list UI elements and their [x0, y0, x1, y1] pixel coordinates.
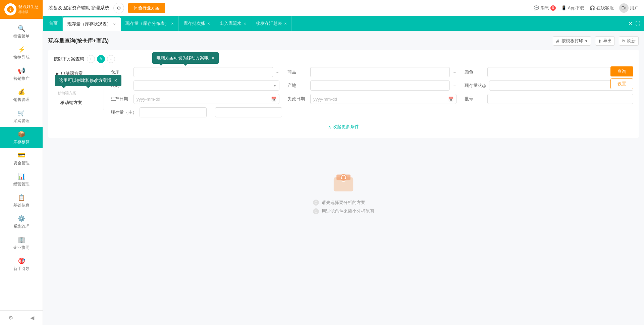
online-service-btn[interactable]: 🎧 在线客服 [590, 5, 614, 11]
prod-date-input[interactable]: yyyy-mm-dd 📅 [133, 94, 279, 104]
trial-industry-btn[interactable]: 体验行业方案 [128, 3, 165, 13]
edit-scheme-btn[interactable]: ✎ [97, 55, 105, 63]
message-btn[interactable]: 💬 消息 8 [534, 5, 556, 11]
tab-inventory-dist[interactable]: 现存量（库存分布表） ✕ [121, 16, 179, 31]
tab-receive-send-close[interactable]: ✕ [284, 22, 287, 25]
sidebar-item-enterprise[interactable]: 🏢 企业协同 [0, 233, 43, 254]
sidebar-item-operations[interactable]: 📊 经营管理 [0, 169, 43, 191]
empty-step-2: ② 用过滤条件来缩小分析范围 [313, 208, 374, 214]
main-area: 装备及固定资产辅助管理系统 ⚙ 体验行业方案 💬 消息 8 📱 App下载 🎧 … [43, 0, 644, 325]
refresh-icon: ↻ [622, 39, 626, 44]
sidebar-item-finance-label: 资金管理 [13, 160, 30, 166]
message-badge: 8 [550, 5, 556, 11]
origin-input[interactable] [310, 80, 450, 91]
tab-inout-flow-label: 出入库流水 [220, 20, 241, 26]
mobile-scheme-section-label: 移动端方案 [56, 91, 101, 96]
user-btn[interactable]: Ea 用户 [619, 3, 639, 13]
sidebar-item-guide[interactable]: 🎯 新手引导 [0, 254, 43, 275]
app-download-btn[interactable]: 📱 App下载 [561, 5, 584, 11]
tooltip2-text: 这里可以创建和修改方案哦 [59, 77, 111, 84]
tab-home-label: 首页 [49, 20, 58, 26]
prod-date-cal-icon: 📅 [271, 97, 276, 102]
topbar-settings-btn[interactable]: ⚙ [113, 3, 124, 13]
tooltip-create-scheme: 这里可以创建和修改方案哦 ✕ [55, 75, 121, 86]
step-2-text: 用过滤条件来缩小分析范围 [322, 208, 374, 214]
sales-icon: 💰 [18, 88, 25, 96]
inv-qty-filter: 现存量（主） — [111, 107, 282, 117]
filter-row-1: 仓库 ··· 商品 ··· 颜色 ▼ [111, 67, 633, 77]
collapse-sidebar-icon[interactable]: ◀ [30, 315, 34, 321]
mobile-scheme-item[interactable]: 移动端方案 [54, 98, 104, 107]
tab-receive-send[interactable]: 收发存汇总表 ✕ [251, 16, 292, 31]
tab-inventory-status-close[interactable]: ✕ [113, 22, 116, 26]
warehouse-dots[interactable]: ··· [276, 69, 280, 75]
sidebar-item-inventory[interactable]: 📦 库存核算 [0, 127, 43, 148]
collapse-label: 收起更多条件 [333, 124, 359, 130]
tooltip1-close[interactable]: ✕ [211, 56, 215, 60]
filter-row-2: 尺码 ▼ 产地 ··· 现存量状态 [111, 80, 633, 91]
tab-inventory-status[interactable]: 现存量（库存状况表） ✕ [63, 17, 121, 31]
batch-input[interactable] [487, 94, 633, 104]
sidebar-item-purchase[interactable]: 🛒 采购管理 [0, 106, 43, 127]
tooltip2-close[interactable]: ✕ [114, 78, 117, 83]
settings-bottom-icon[interactable]: ⚙ [8, 315, 13, 321]
product-filter: 商品 ··· [287, 67, 456, 77]
collapse-up-icon: ∧ [328, 124, 331, 129]
tab-inout-flow[interactable]: 出入库流水 ✕ [215, 16, 251, 31]
refresh-btn[interactable]: ↻ 刷新 [619, 36, 639, 46]
sidebar-item-marketing[interactable]: 📢 营销推广 [0, 64, 43, 85]
avatar-text: Ea [622, 6, 627, 10]
product-dots[interactable]: ··· [452, 69, 457, 75]
tab-home[interactable]: 首页 [44, 16, 63, 31]
close-tab-icon[interactable]: ✕ [629, 21, 633, 26]
inv-qty-dash: — [209, 110, 213, 115]
query-btn[interactable]: 查询 [610, 66, 633, 76]
tab-inventory-dist-close[interactable]: ✕ [171, 22, 174, 25]
edit-icon: ✎ [99, 57, 103, 61]
sidebar-item-search[interactable]: 🔍 搜索菜单 [0, 21, 43, 43]
export-btn[interactable]: ⬆ 导出 [595, 36, 615, 46]
tab-batch-close[interactable]: ✕ [207, 22, 210, 25]
logo-text-group: 畅通好生意 标准版 [18, 4, 39, 14]
tab-batch[interactable]: 库存批次账 ✕ [179, 16, 215, 31]
tab-inventory-status-label: 现存量（库存状况表） [67, 21, 111, 27]
back-icon: ← [109, 57, 113, 61]
prod-date-filter: 生产日期 yyyy-mm-dd 📅 [111, 94, 279, 104]
template-print-btn[interactable]: 🖨 按模板打印 ▼ [553, 36, 591, 46]
expiry-date-label: 失效日期 [287, 96, 308, 102]
filter-area: 按以下方案查询 + ✎ ← ▶ 电脑端方案 [48, 50, 639, 138]
inv-qty-to[interactable] [215, 107, 282, 117]
warehouse-input[interactable] [133, 67, 273, 77]
collapse-bar[interactable]: ∧ 收起更多条件 [54, 121, 633, 132]
sidebar-item-finance[interactable]: 💳 资金管理 [0, 148, 43, 169]
size-select[interactable]: ▼ [133, 80, 279, 91]
app-label: App下载 [568, 5, 584, 11]
content-area: 现存量查询(按仓库+商品) 🖨 按模板打印 ▼ ⬆ 导出 ↻ 刷新 [43, 31, 644, 325]
flash-icon: ⚡ [18, 46, 25, 53]
inv-qty-from[interactable] [140, 107, 207, 117]
enterprise-icon: 🏢 [18, 236, 25, 243]
filter-header: 按以下方案查询 + ✎ ← [54, 55, 633, 63]
system-icon: ⚙️ [18, 215, 25, 222]
sidebar-item-basic[interactable]: 📋 基础信息 [0, 191, 43, 212]
reset-btn[interactable]: 设置 [610, 78, 633, 89]
sidebar-logo: 6 畅通好生意 标准版 [0, 0, 43, 19]
sidebar-item-guide-label: 新手引导 [13, 266, 30, 272]
filter-row-4: 现存量（主） — [111, 107, 633, 117]
expand-tab-icon[interactable]: ⛶ [635, 21, 640, 26]
origin-dots[interactable]: ··· [452, 83, 457, 88]
tab-inout-flow-close[interactable]: ✕ [244, 22, 246, 25]
sidebar-item-shortcut[interactable]: ⚡ 快捷导航 [0, 43, 43, 64]
add-scheme-btn[interactable]: + [87, 55, 95, 63]
sidebar-item-sales[interactable]: 💰 销售管理 [0, 85, 43, 106]
empty-step-1: ① 请先选择要分析的方案 [313, 200, 374, 206]
page-title: 现存量查询(按仓库+商品) [48, 38, 109, 45]
query-reset-group: 查询 设置 [610, 66, 633, 89]
back-scheme-btn[interactable]: ← [107, 55, 115, 63]
expiry-date-input[interactable]: yyyy-mm-dd 📅 [310, 94, 456, 104]
product-input[interactable] [310, 67, 450, 77]
expiry-date-placeholder: yyyy-mm-dd [313, 97, 337, 102]
warehouse-label: 仓库 [111, 69, 131, 75]
color-label: 颜色 [465, 69, 485, 75]
sidebar-item-system[interactable]: ⚙️ 系统管理 [0, 212, 43, 233]
